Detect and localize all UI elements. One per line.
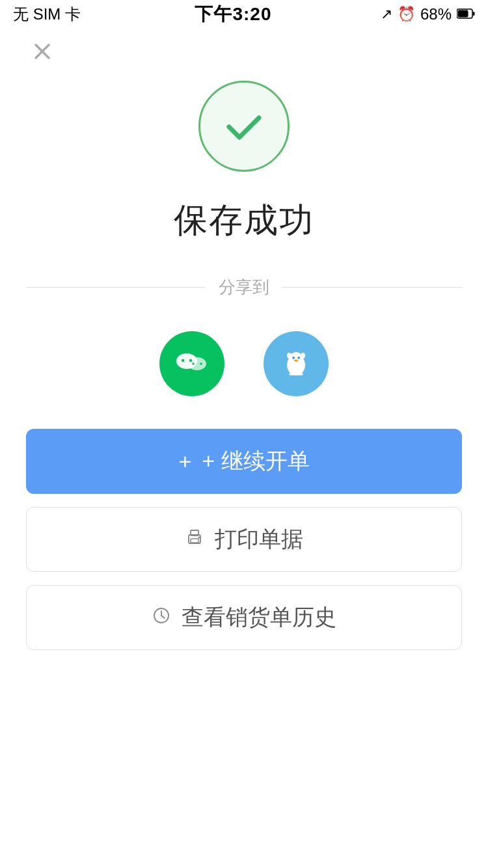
close-button[interactable]: [26, 35, 59, 68]
battery-icon: [457, 6, 475, 23]
svg-point-17: [293, 357, 295, 359]
print-label: 打印单据: [215, 524, 303, 554]
success-title: 保存成功: [174, 198, 314, 243]
svg-point-20: [289, 373, 295, 375]
success-icon-circle: [198, 81, 290, 172]
qq-share-button[interactable]: [264, 331, 329, 396]
location-icon: ↗: [381, 6, 392, 23]
time-display: 下午3:20: [195, 2, 271, 27]
svg-rect-2: [472, 12, 474, 16]
share-section: 分享到: [0, 276, 488, 396]
svg-point-19: [294, 360, 298, 362]
buttons-section: + + 继续开单 打印单据: [0, 429, 488, 650]
svg-point-8: [182, 359, 184, 362]
svg-rect-26: [191, 539, 198, 543]
clock-icon: [152, 606, 171, 630]
carrier-label: 无 SIM 卡: [13, 4, 81, 25]
print-button[interactable]: 打印单据: [26, 507, 462, 572]
svg-point-10: [192, 362, 195, 365]
svg-point-21: [297, 373, 303, 375]
printer-icon: [185, 528, 204, 552]
history-label: 查看销货单历史: [182, 603, 336, 632]
svg-point-11: [200, 362, 202, 365]
plus-icon: +: [178, 449, 191, 474]
history-button[interactable]: 查看销货单历史: [26, 585, 462, 650]
battery-label: 68%: [420, 5, 452, 23]
status-right: ↗ ⏰ 68%: [381, 5, 475, 23]
svg-rect-3: [457, 10, 468, 18]
share-label: 分享到: [219, 276, 269, 299]
svg-point-9: [189, 359, 192, 362]
wechat-share-button[interactable]: [159, 331, 224, 396]
share-divider: 分享到: [26, 276, 462, 299]
svg-point-18: [299, 357, 300, 359]
svg-point-14: [290, 352, 303, 365]
share-icons: [26, 331, 462, 396]
svg-point-27: [198, 536, 200, 538]
main-content: 保存成功 分享到: [0, 29, 488, 650]
status-left: 无 SIM 卡: [13, 4, 86, 25]
svg-line-30: [161, 616, 165, 618]
status-bar: 无 SIM 卡 下午3:20 ↗ ⏰ 68%: [0, 0, 488, 29]
continue-button[interactable]: + + 继续开单: [26, 429, 462, 494]
alarm-icon: ⏰: [398, 6, 415, 23]
continue-label: + 继续开单: [202, 446, 309, 476]
